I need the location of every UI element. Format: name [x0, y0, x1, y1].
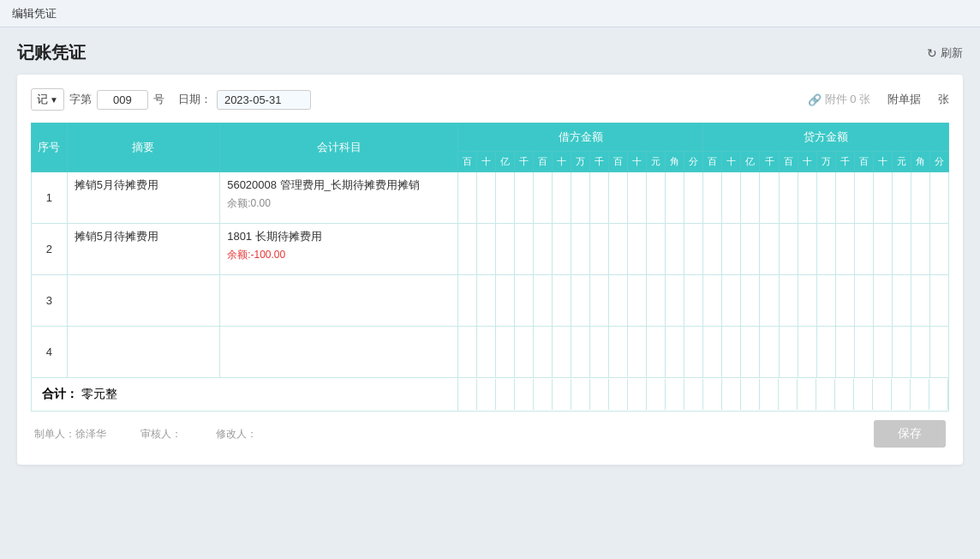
debit-cell-r3-c5[interactable] [553, 327, 571, 378]
debit-cell-r3-c0[interactable] [457, 327, 476, 378]
credit-cell-r2-c8[interactable] [854, 275, 873, 327]
credit-cell-r3-c3[interactable] [760, 327, 779, 378]
debit-cell-r3-c8[interactable] [609, 327, 628, 378]
credit-cell-r0-c5[interactable] [798, 172, 816, 224]
debit-cell-r2-c6[interactable] [571, 275, 590, 327]
debit-cell-r0-c12[interactable] [684, 172, 703, 224]
debit-cell-r3-c12[interactable] [684, 327, 703, 378]
refresh-button[interactable]: ↻ 刷新 [927, 45, 963, 61]
debit-cell-r3-c3[interactable] [515, 327, 534, 378]
debit-cell-r2-c7[interactable] [590, 275, 609, 327]
debit-cell-r2-c3[interactable] [515, 275, 534, 327]
debit-cell-r2-c4[interactable] [534, 275, 553, 327]
credit-cell-r0-c7[interactable] [835, 172, 854, 224]
debit-cell-r0-c11[interactable] [666, 172, 684, 224]
credit-cell-r1-c8[interactable] [854, 224, 873, 275]
row-summary-3[interactable] [67, 327, 219, 378]
debit-cell-r0-c5[interactable] [553, 172, 571, 224]
credit-cell-r2-c4[interactable] [779, 275, 798, 327]
credit-cell-r1-c4[interactable] [779, 224, 798, 275]
credit-cell-r0-c12[interactable] [929, 172, 948, 224]
credit-cell-r1-c1[interactable] [722, 224, 741, 275]
debit-cell-r0-c7[interactable] [590, 172, 609, 224]
credit-cell-r1-c0[interactable] [703, 224, 722, 275]
debit-cell-r0-c3[interactable] [515, 172, 534, 224]
debit-cell-r1-c6[interactable] [571, 224, 590, 275]
debit-cell-r2-c0[interactable] [457, 275, 476, 327]
credit-cell-r3-c0[interactable] [703, 327, 722, 378]
debit-cell-r1-c10[interactable] [647, 224, 666, 275]
debit-cell-r1-c12[interactable] [684, 224, 703, 275]
fudanju-btn[interactable]: 附单据 [887, 92, 921, 107]
credit-cell-r2-c9[interactable] [873, 275, 892, 327]
credit-cell-r3-c8[interactable] [854, 327, 873, 378]
credit-cell-r0-c10[interactable] [892, 172, 911, 224]
credit-cell-r0-c9[interactable] [873, 172, 892, 224]
credit-cell-r3-c9[interactable] [873, 327, 892, 378]
credit-cell-r1-c11[interactable] [911, 224, 929, 275]
debit-cell-r1-c4[interactable] [534, 224, 553, 275]
debit-cell-r2-c1[interactable] [477, 275, 496, 327]
debit-cell-r3-c6[interactable] [571, 327, 590, 378]
debit-cell-r3-c11[interactable] [666, 327, 684, 378]
debit-cell-r0-c2[interactable] [496, 172, 515, 224]
debit-cell-r0-c10[interactable] [647, 172, 666, 224]
debit-cell-r0-c4[interactable] [534, 172, 553, 224]
debit-cell-r0-c1[interactable] [477, 172, 496, 224]
date-input[interactable] [217, 90, 311, 110]
debit-cell-r1-c9[interactable] [628, 224, 647, 275]
credit-cell-r1-c7[interactable] [835, 224, 854, 275]
credit-cell-r0-c4[interactable] [779, 172, 798, 224]
credit-cell-r3-c2[interactable] [741, 327, 760, 378]
credit-cell-r3-c11[interactable] [911, 327, 929, 378]
credit-cell-r3-c7[interactable] [835, 327, 854, 378]
credit-cell-r2-c11[interactable] [911, 275, 929, 327]
row-account-1[interactable]: 1801 长期待摊费用余额:-100.00 [220, 224, 458, 275]
debit-cell-r0-c0[interactable] [457, 172, 476, 224]
credit-cell-r0-c3[interactable] [760, 172, 779, 224]
debit-cell-r2-c12[interactable] [684, 275, 703, 327]
debit-cell-r2-c11[interactable] [666, 275, 684, 327]
credit-cell-r2-c3[interactable] [760, 275, 779, 327]
debit-cell-r0-c9[interactable] [628, 172, 647, 224]
debit-cell-r1-c7[interactable] [590, 224, 609, 275]
row-summary-2[interactable] [67, 275, 219, 327]
credit-cell-r2-c5[interactable] [798, 275, 816, 327]
credit-cell-r2-c7[interactable] [835, 275, 854, 327]
credit-cell-r2-c10[interactable] [892, 275, 911, 327]
ji-select[interactable]: 记 ▼ [31, 88, 64, 111]
credit-cell-r0-c0[interactable] [703, 172, 722, 224]
debit-cell-r2-c10[interactable] [647, 275, 666, 327]
debit-cell-r1-c1[interactable] [477, 224, 496, 275]
zi-input[interactable] [97, 90, 148, 110]
debit-cell-r1-c11[interactable] [666, 224, 684, 275]
debit-cell-r2-c5[interactable] [553, 275, 571, 327]
credit-cell-r1-c6[interactable] [816, 224, 835, 275]
credit-cell-r1-c10[interactable] [892, 224, 911, 275]
credit-cell-r2-c0[interactable] [703, 275, 722, 327]
attachment-link[interactable]: 🔗 附件 0 张 [808, 92, 870, 107]
debit-cell-r1-c5[interactable] [553, 224, 571, 275]
debit-cell-r3-c9[interactable] [628, 327, 647, 378]
debit-cell-r1-c8[interactable] [609, 224, 628, 275]
debit-cell-r3-c10[interactable] [647, 327, 666, 378]
credit-cell-r1-c2[interactable] [741, 224, 760, 275]
credit-cell-r2-c1[interactable] [722, 275, 741, 327]
credit-cell-r2-c6[interactable] [816, 275, 835, 327]
debit-cell-r1-c2[interactable] [496, 224, 515, 275]
credit-cell-r1-c5[interactable] [798, 224, 816, 275]
credit-cell-r3-c1[interactable] [722, 327, 741, 378]
debit-cell-r1-c3[interactable] [515, 224, 534, 275]
debit-cell-r2-c2[interactable] [496, 275, 515, 327]
row-account-3[interactable] [220, 327, 458, 378]
row-summary-0[interactable]: 摊销5月待摊费用 [67, 172, 219, 224]
credit-cell-r0-c1[interactable] [722, 172, 741, 224]
credit-cell-r0-c8[interactable] [854, 172, 873, 224]
debit-cell-r3-c4[interactable] [534, 327, 553, 378]
debit-cell-r0-c8[interactable] [609, 172, 628, 224]
credit-cell-r0-c11[interactable] [911, 172, 929, 224]
row-summary-1[interactable]: 摊销5月待摊费用 [67, 224, 219, 275]
credit-cell-r3-c6[interactable] [816, 327, 835, 378]
debit-cell-r3-c1[interactable] [477, 327, 496, 378]
debit-cell-r0-c6[interactable] [571, 172, 590, 224]
